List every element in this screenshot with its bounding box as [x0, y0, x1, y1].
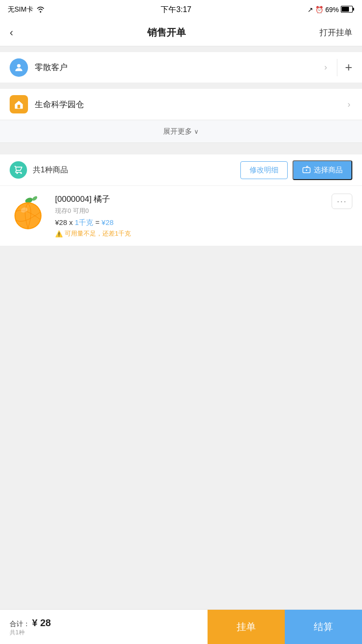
location-icon: ↗ [307, 6, 313, 14]
status-bar: 无SIM卡 下午3:17 ↗ ⏰ 69% [0, 0, 362, 19]
svg-rect-4 [17, 105, 20, 108]
svg-rect-2 [353, 8, 354, 11]
product-more-button[interactable]: ··· [332, 194, 352, 209]
product-stock: 现存0 可用0 [55, 207, 332, 215]
section-gap-1 [0, 46, 362, 52]
total-row: 合计： ¥ 28 [10, 617, 198, 629]
warning-icon: ⚠️ [55, 230, 63, 238]
product-price-row: ¥28 x 1千克 = ¥28 [55, 218, 332, 227]
products-header: 共1种商品 修改明细 选择商品 [0, 154, 362, 185]
bottom-bar: 合计： ¥ 28 共1种 挂单 结算 [0, 609, 362, 644]
battery-icon [341, 6, 354, 14]
warehouse-name: 生命科学园仓 [35, 99, 348, 110]
status-time: 下午3:17 [161, 5, 191, 15]
product-title: 橘子 [94, 195, 110, 204]
expand-more-row[interactable]: 展开更多 ∨ [0, 120, 362, 143]
product-name: [0000004] 橘子 [55, 194, 332, 205]
total-count: 共1种 [10, 629, 198, 637]
carrier-label: 无SIM卡 [8, 5, 33, 14]
total-label: 合计： [10, 620, 30, 628]
svg-rect-1 [342, 7, 349, 12]
warehouse-icon [10, 95, 28, 113]
customer-row[interactable]: 零散客户 › + [0, 52, 362, 83]
svg-point-3 [17, 64, 20, 67]
customer-chevron-icon: › [324, 62, 327, 72]
expand-label: 展开更多 [163, 127, 192, 136]
product-total: ¥28 [101, 218, 113, 226]
product-price-text: ¥28 x [55, 218, 75, 226]
product-quantity: 1千克 [75, 218, 93, 226]
warehouse-chevron-icon: › [348, 99, 350, 110]
product-item: [0000004] 橘子 现存0 可用0 ¥28 x 1千克 = ¥28 ⚠️ … [0, 186, 362, 246]
customer-divider [337, 59, 337, 76]
product-image [10, 194, 48, 232]
svg-point-9 [15, 203, 41, 228]
product-code: [0000004] [55, 195, 92, 204]
products-icon [10, 161, 27, 179]
svg-point-7 [31, 195, 38, 201]
wifi-icon [36, 6, 45, 14]
page-title: 销售开单 [147, 26, 186, 39]
select-product-button[interactable]: 选择商品 [292, 160, 352, 180]
status-left: 无SIM卡 [8, 5, 45, 14]
alarm-icon: ⏰ [315, 6, 323, 14]
bottom-total: 合计： ¥ 28 共1种 [0, 617, 208, 637]
add-customer-button[interactable]: + [345, 60, 352, 75]
section-gap-3 [0, 143, 362, 149]
battery-level: 69% [325, 6, 339, 14]
status-right: ↗ ⏰ 69% [307, 6, 354, 14]
warehouse-row[interactable]: 生命科学园仓 › [0, 89, 362, 120]
products-count: 共1种商品 [33, 165, 240, 175]
checkout-button[interactable]: 结算 [285, 610, 362, 644]
warning-text: 可用量不足，还差1千克 [65, 229, 131, 238]
expand-arrow-icon: ∨ [194, 128, 199, 135]
total-amount: ¥ 28 [32, 617, 51, 628]
product-equals: = [93, 218, 101, 226]
edit-detail-button[interactable]: 修改明细 [240, 161, 288, 179]
select-product-label: 选择商品 [314, 166, 343, 175]
select-product-icon [302, 165, 311, 175]
customer-avatar [10, 58, 28, 77]
back-button[interactable]: ‹ [10, 27, 13, 39]
hang-button[interactable]: 挂单 [208, 610, 285, 644]
product-warning: ⚠️ 可用量不足，还差1千克 [55, 229, 332, 238]
customer-name: 零散客户 [35, 62, 324, 73]
product-info: [0000004] 橘子 现存0 可用0 ¥28 x 1千克 = ¥28 ⚠️ … [55, 194, 332, 238]
open-hang-button[interactable]: 打开挂单 [320, 27, 352, 38]
nav-bar: ‹ 销售开单 打开挂单 [0, 19, 362, 46]
section-gap-2 [0, 83, 362, 89]
